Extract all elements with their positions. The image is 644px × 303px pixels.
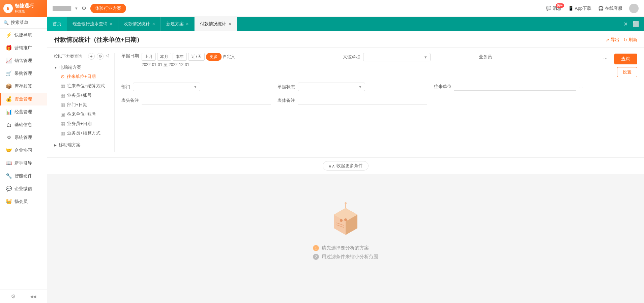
refresh-icon: ↻ bbox=[623, 37, 627, 42]
staff-input[interactable] bbox=[495, 53, 601, 61]
header-note-input[interactable] bbox=[142, 96, 271, 104]
topbar-dropdown-arrow[interactable]: ▾ bbox=[75, 6, 78, 11]
sidebar-collapse-icon[interactable]: ◀◀ bbox=[30, 294, 36, 299]
tab-new-scheme[interactable]: 新建方案 ✕ bbox=[161, 17, 195, 31]
scheme-item-partner-account[interactable]: ▣ 往来单位+账号 bbox=[59, 110, 109, 119]
topbar-settings-icon[interactable]: ⚙ bbox=[82, 5, 86, 11]
scheme-group-pc-header[interactable]: ▼ 电脑端方案 bbox=[54, 63, 109, 72]
scheme-item-label: 业务员+日期 bbox=[67, 121, 92, 127]
service-icon: 🎧 bbox=[598, 6, 604, 11]
topbar-avatar[interactable] bbox=[629, 4, 639, 13]
sidebar-item-purchase[interactable]: 🛒 采购管理 bbox=[0, 67, 47, 80]
sidebar-item-corp[interactable]: 🤝 企业协同 bbox=[0, 144, 47, 157]
scheme-item-partner-settle[interactable]: ▦ 往来单位+结算方式 bbox=[59, 81, 109, 91]
inventory-icon: 📦 bbox=[6, 83, 12, 89]
scheme-item-icon: ▦ bbox=[61, 93, 65, 98]
scheme-item-icon: ▦ bbox=[61, 83, 65, 89]
tab-receivable-close[interactable]: ✕ bbox=[152, 22, 155, 26]
scheme-item-partner-date[interactable]: ⊙ 往来单位+日期 bbox=[59, 72, 109, 81]
date-btn-more[interactable]: 更多 bbox=[206, 53, 222, 61]
tab-payment-stat-label: 付款情况统计 bbox=[200, 21, 226, 27]
collapse-button[interactable]: ∧∧ 收起更多条件 bbox=[323, 161, 369, 171]
tab-close-all-icon[interactable]: ✕ bbox=[621, 21, 630, 27]
sidebar-item-operations[interactable]: 📊 经营管理 bbox=[0, 105, 47, 118]
tab-expand-icon[interactable]: ⬜ bbox=[631, 21, 641, 27]
message-icon: 💬 bbox=[546, 6, 551, 11]
scheme-pc-label: 电脑端方案 bbox=[59, 64, 81, 70]
scheme-query-label: 按以下方案查询 bbox=[54, 54, 82, 59]
partner-input[interactable] bbox=[454, 83, 576, 91]
dept-select[interactable]: ▾ bbox=[133, 83, 200, 91]
scheme-pc-list: ⊙ 往来单位+日期 ▦ 往来单位+结算方式 ▦ 业务员+账号 bbox=[54, 72, 109, 138]
scheme-group-mobile: ▶ 移动端方案 bbox=[54, 141, 109, 149]
sidebar-item-label: 畅会员 bbox=[14, 199, 28, 205]
logo-icon: 6 bbox=[3, 4, 13, 13]
service-label: 在线客服 bbox=[605, 5, 622, 11]
scheme-item-staff-settle[interactable]: ▦ 业务员+结算方式 bbox=[59, 128, 109, 138]
date-btn-last-month[interactable]: 上月 bbox=[142, 53, 156, 61]
trial-button[interactable]: 体验行业方案 bbox=[90, 4, 126, 13]
partner-more-icon[interactable]: … bbox=[579, 84, 583, 89]
tab-bank-flow-label: 现金银行流水查询 bbox=[72, 21, 108, 27]
refresh-button[interactable]: ↻ 刷新 bbox=[623, 37, 637, 43]
date-custom-label[interactable]: 自定义 bbox=[223, 54, 235, 60]
scheme-collapse-button[interactable]: ◁ bbox=[106, 53, 109, 60]
sidebar-item-wechat[interactable]: 💬 企业微信 bbox=[0, 182, 47, 195]
operations-icon: 📊 bbox=[6, 109, 12, 115]
sidebar-item-basic[interactable]: 🗂 基础信息 bbox=[0, 118, 47, 131]
scheme-group-mobile-header[interactable]: ▶ 移动端方案 bbox=[54, 141, 109, 149]
tab-payment-stat[interactable]: 付款情况统计 ✕ bbox=[195, 17, 237, 31]
sidebar-item-label: 企业微信 bbox=[14, 186, 32, 192]
sidebar-item-guide[interactable]: 📖 新手引导 bbox=[0, 157, 47, 170]
tab-payment-stat-close[interactable]: ✕ bbox=[228, 22, 231, 26]
tab-home[interactable]: 首页 bbox=[47, 17, 67, 31]
sidebar-item-quick-nav[interactable]: ⚡ 快捷导航 bbox=[0, 29, 47, 41]
body-note-input[interactable] bbox=[298, 96, 427, 104]
scheme-mobile-label: 移动端方案 bbox=[59, 142, 81, 148]
tab-bank-flow[interactable]: 现金银行流水查询 ✕ bbox=[67, 17, 118, 31]
page-actions: ↗ 导出 ↻ 刷新 bbox=[606, 37, 637, 43]
sidebar-item-sales[interactable]: 📈 销售管理 bbox=[0, 54, 47, 67]
tab-receivable[interactable]: 收款情况统计 ✕ bbox=[118, 17, 161, 31]
source-dropdown-icon: ▾ bbox=[425, 55, 427, 60]
source-select[interactable]: ▾ bbox=[363, 53, 431, 61]
query-button[interactable]: 查询 bbox=[614, 54, 637, 64]
scheme-settings-button[interactable]: ⚙ bbox=[97, 53, 104, 60]
export-label: 导出 bbox=[611, 37, 619, 43]
sidebar-item-system[interactable]: ⚙ 系统管理 bbox=[0, 131, 47, 144]
search-menu[interactable]: 🔍 搜索菜单 bbox=[0, 17, 47, 29]
voucher-status-select[interactable]: ▾ bbox=[298, 83, 365, 91]
sidebar-item-marketing[interactable]: 🎁 营销推广 bbox=[0, 41, 47, 54]
scheme-item-label: 往来单位+日期 bbox=[67, 73, 96, 80]
topbar-service[interactable]: 🎧 在线客服 bbox=[598, 5, 622, 11]
scheme-item-dept-date[interactable]: ▦ 部门+日期 bbox=[59, 100, 109, 110]
app-label: App下载 bbox=[575, 5, 591, 11]
settings-button[interactable]: 设置 bbox=[617, 67, 637, 77]
tab-bank-flow-close[interactable]: ✕ bbox=[110, 22, 113, 26]
tab-new-scheme-close[interactable]: ✕ bbox=[186, 22, 189, 26]
scheme-item-staff-date[interactable]: ▦ 业务员+日期 bbox=[59, 119, 109, 128]
dept-dropdown-icon: ▾ bbox=[194, 84, 197, 89]
topbar-messages[interactable]: 💬 消息 99+ bbox=[546, 5, 561, 11]
body-note-label: 表体备注 bbox=[277, 97, 295, 103]
step1-text: 请先选择要分析的方案 bbox=[322, 245, 369, 251]
tab-window-controls: ✕ ⬜ bbox=[621, 17, 644, 31]
scheme-add-button[interactable]: ＋ bbox=[88, 53, 95, 60]
topbar-app-download[interactable]: 📱 App下载 bbox=[568, 5, 591, 11]
sidebar-item-member[interactable]: 👑 畅会员 bbox=[0, 195, 47, 208]
date-btn-7days[interactable]: 近7天 bbox=[188, 53, 205, 61]
sidebar-item-finance[interactable]: 💰 资金管理 bbox=[0, 93, 47, 105]
sidebar-item-inventory[interactable]: 📦 库存核算 bbox=[0, 80, 47, 93]
filter-right: 单据日期 上月 本月 本年 近7天 更多 自定义 20 bbox=[115, 53, 637, 152]
export-button[interactable]: ↗ 导出 bbox=[606, 37, 619, 43]
scheme-item-icon: ▦ bbox=[61, 121, 65, 126]
staff-field: 业务员 … bbox=[479, 53, 608, 61]
sidebar-item-hardware[interactable]: 🔧 智能硬件 bbox=[0, 170, 47, 182]
scheme-item-staff-account[interactable]: ▦ 业务员+账号 bbox=[59, 91, 109, 100]
date-btn-this-year[interactable]: 本年 bbox=[173, 53, 187, 61]
filter-row-3: 表头备注 表体备注 bbox=[121, 96, 637, 104]
staff-more-icon[interactable]: … bbox=[603, 55, 608, 60]
date-btn-this-month[interactable]: 本月 bbox=[157, 53, 171, 61]
sidebar-settings-icon[interactable]: ⚙ bbox=[11, 293, 16, 300]
scheme-item-label: 往来单位+账号 bbox=[67, 111, 96, 117]
